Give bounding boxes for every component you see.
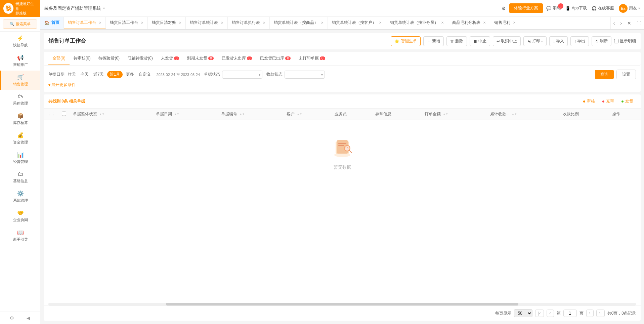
tab-sales-workbench[interactable]: 销售订单工作台 ✕: [64, 17, 106, 29]
tab-scroll-left[interactable]: ‹: [611, 17, 618, 29]
stop-icon: ⏹: [473, 39, 477, 44]
solution-button[interactable]: 体验行业方案: [509, 3, 543, 13]
tab-sales-by-product[interactable]: 销货单统计表（按商品） ✕: [270, 17, 328, 29]
sidebar-item-quicknav[interactable]: ⚡ 快捷导航: [0, 32, 40, 51]
audit-button[interactable]: 审核: [581, 97, 598, 106]
sidebar-item-promo[interactable]: 📢 营销推广: [0, 51, 40, 71]
sidebar-item-ops[interactable]: 📊 经营管理: [0, 148, 40, 168]
page-next-button[interactable]: ›: [586, 310, 594, 317]
online-service-button[interactable]: 🎧 在线客服: [592, 5, 614, 11]
select-all-checkbox[interactable]: [62, 112, 66, 116]
tab-order-stats[interactable]: 销售订单统计表 ✕: [186, 17, 228, 29]
col-status: 单据整体状态 ▲▼: [70, 109, 153, 120]
col-date: 单据日期 ▲▼: [153, 109, 218, 120]
ship-button[interactable]: 发货: [619, 97, 636, 106]
page-prev-button[interactable]: ‹: [547, 310, 554, 317]
system-icon: ⚙️: [17, 190, 24, 197]
stop-button[interactable]: ⏹ 中止: [470, 36, 490, 46]
tab-close-order-exec[interactable]: ✕: [263, 21, 265, 25]
print-button[interactable]: 🖨 打印 ▾: [523, 36, 547, 46]
filter-tab-shipped-out[interactable]: 已发货已出库0: [256, 52, 295, 65]
tab-close-order-stats[interactable]: ✕: [221, 21, 223, 25]
refresh-button[interactable]: ↻ 刷新: [592, 36, 611, 46]
logo-text: 畅捷通好生意 标准版: [15, 1, 37, 16]
date-opt-7days[interactable]: 近7天: [92, 71, 105, 78]
tab-scroll-right[interactable]: ›: [617, 17, 625, 29]
tab-close-sales-by-product[interactable]: ✕: [321, 21, 324, 25]
scrollbar-thumb[interactable]: [166, 303, 518, 306]
tab-close-sales-by-customer[interactable]: ✕: [379, 21, 382, 25]
user-menu[interactable]: Ea 用友 ▾: [619, 4, 640, 13]
settings-icon[interactable]: ⚙: [10, 315, 14, 321]
tab-sales-by-customer[interactable]: 销货单统计表（按客户） ✕: [328, 17, 386, 29]
filter-tab-unshipped[interactable]: 未发货0: [157, 52, 183, 65]
tab-gross-profit[interactable]: 商品毛利分析表 ✕: [448, 17, 490, 29]
date-opt-custom[interactable]: 自定义: [137, 71, 152, 78]
page-title: 销售订单工作台: [48, 38, 86, 45]
page-input[interactable]: [563, 310, 577, 317]
page-last-button[interactable]: ›|: [596, 310, 605, 317]
add-button[interactable]: ＋ 新增: [423, 36, 444, 46]
topbar-dropdown-arrow[interactable]: ▾: [103, 6, 105, 10]
payment-select[interactable]: [285, 71, 325, 79]
sidebar-item-system[interactable]: ⚙️ 系统管理: [0, 187, 40, 206]
sales-icon: 🛒: [17, 74, 24, 80]
date-opt-more[interactable]: 更多: [125, 71, 135, 78]
tab-close-sales-workbench[interactable]: ✕: [99, 21, 101, 25]
filter-tab-pending-review[interactable]: 待审核(0): [70, 52, 95, 65]
tab-sales-by-staff[interactable]: 销货单统计表（按业务员） ✕: [386, 17, 448, 29]
date-opt-today[interactable]: 今天: [79, 71, 90, 78]
message-button[interactable]: 💬 消息 6: [546, 5, 561, 11]
sidebar-item-base[interactable]: 🗂 基础信息: [0, 168, 40, 187]
filter-tab-shipped-not-out[interactable]: 已发货未出库0: [218, 52, 256, 65]
tab-close-gross-profit[interactable]: ✕: [483, 21, 486, 25]
filter-tab-unprinted[interactable]: 未打印单据0: [295, 52, 329, 65]
tab-daily-clear[interactable]: 钱货日清工作台 ✕: [106, 17, 148, 29]
filter-tab-pending-pick[interactable]: 待拣验货(0): [94, 52, 124, 65]
date-opt-1month[interactable]: 近1月: [107, 71, 123, 78]
tab-sales-margin[interactable]: 销售毛利 ✕: [490, 17, 520, 29]
tab-close-sales-by-staff[interactable]: ✕: [441, 21, 444, 25]
col-operation: 操作: [609, 109, 641, 120]
app-download-button[interactable]: 📱 App下载: [565, 5, 587, 11]
filter-tab-wangpu-ship[interactable]: 旺铺待发货(0): [124, 52, 157, 65]
tab-close-reconciliation[interactable]: ✕: [179, 21, 181, 25]
tab-close-all[interactable]: ✕: [625, 17, 634, 29]
sidebar-item-guide[interactable]: 📖 新手引导: [0, 226, 40, 245]
gear-icon[interactable]: ⚙: [502, 6, 506, 11]
tab-close-daily-clear[interactable]: ✕: [141, 21, 143, 25]
sidebar-item-corp[interactable]: 🤝 企业协同: [0, 206, 40, 226]
tab-order-exec[interactable]: 销售订单执行表 ✕: [228, 17, 270, 29]
table-scroll-container[interactable]: ⋮⋮ 单据整体状态 ▲▼ 单据日期 ▲▼: [44, 109, 641, 303]
sidebar-item-inventory[interactable]: 📦 库存核算: [0, 109, 40, 129]
query-button[interactable]: 查询: [595, 70, 614, 79]
export-button[interactable]: ↑ 导出: [570, 36, 589, 46]
set-button[interactable]: 设置: [616, 70, 636, 79]
horizontal-scrollbar[interactable]: [48, 303, 636, 306]
tab-close-sales-margin[interactable]: ✕: [513, 21, 516, 25]
sidebar-item-sales[interactable]: 🛒 销售管理: [0, 71, 40, 90]
sidebar-item-finance[interactable]: 💰 资金管理: [0, 129, 40, 148]
expand-conditions-button[interactable]: ▾ 展开更多条件: [48, 82, 76, 88]
filter-tab-overdue-unshipped[interactable]: 到期未发货0: [183, 52, 218, 65]
status-select[interactable]: [222, 71, 262, 79]
tab-home[interactable]: 🏠 首页: [40, 17, 64, 29]
page-size-select[interactable]: 50 20 100: [514, 309, 532, 317]
cancel-stop-button[interactable]: ↩ 取消中止: [493, 36, 521, 46]
page-first-button[interactable]: |‹: [535, 310, 544, 317]
delete-button[interactable]: 🗑 删除: [446, 36, 467, 46]
search-menu-button[interactable]: 🔍 搜索菜单: [3, 19, 37, 29]
cancel-icon: ↩: [497, 39, 500, 44]
revoke-button[interactable]: 充审: [600, 97, 617, 106]
date-opt-yesterday[interactable]: 昨天: [67, 71, 77, 78]
filter-tab-all[interactable]: 全部(0): [48, 52, 70, 65]
tab-reconciliation[interactable]: 钱货日清对账 ✕: [148, 17, 186, 29]
tabbar-arrows: ‹ › ✕ ⛶: [610, 17, 644, 29]
tab-fullscreen[interactable]: ⛶: [634, 17, 644, 29]
smart-create-button[interactable]: ⭐ 智能生单: [391, 36, 421, 46]
topbar: 装备及固定资产辅助管理系统 ▾ ⚙ 体验行业方案 💬 消息 6 📱 App下载 …: [40, 0, 644, 17]
collapse-icon[interactable]: ◀: [27, 315, 30, 321]
show-detail-checkbox[interactable]: [614, 39, 618, 43]
sidebar-item-purchase[interactable]: 🛍 采购管理: [0, 90, 40, 109]
import-button[interactable]: ↓ 导入: [549, 36, 568, 46]
